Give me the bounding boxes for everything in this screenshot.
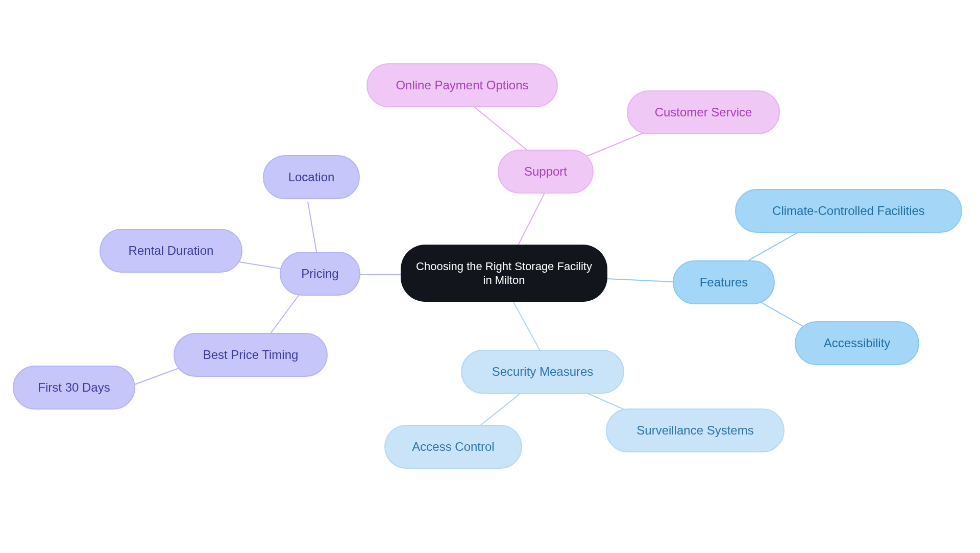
best-price-timing-label: Best Price Timing [203,347,299,363]
features-label: Features [700,275,748,290]
surveillance-label: Surveillance Systems [636,423,753,438]
customer-service-label: Customer Service [655,105,752,120]
root-node: Choosing the Right Storage Facility in M… [401,245,607,302]
svg-line-5 [516,188,547,250]
node-security: Security Measures [461,350,624,394]
node-support: Support [498,150,594,194]
node-features: Features [673,260,775,304]
first-30-days-label: First 30 Days [38,380,110,395]
node-climate: Climate-Controlled Facilities [735,189,962,233]
location-label: Location [288,170,335,185]
support-label: Support [524,164,567,179]
rental-duration-label: Rental Duration [129,243,214,258]
node-accessibility: Accessibility [795,321,919,365]
node-online-payment: Online Payment Options [366,63,558,107]
security-label: Security Measures [492,364,594,379]
pricing-label: Pricing [301,266,338,281]
svg-line-8 [607,279,674,282]
node-location: Location [263,155,360,199]
accessibility-label: Accessibility [824,335,891,351]
access-control-label: Access Control [412,439,494,454]
node-first-30-days: First 30 Days [13,366,135,410]
node-rental-duration: Rental Duration [100,229,242,273]
online-payment-label: Online Payment Options [396,78,528,93]
svg-line-6 [475,107,531,153]
node-best-price-timing: Best Price Timing [174,333,328,377]
mindmap-canvas: Choosing the Right Storage Facility in M… [0,0,980,553]
node-pricing: Pricing [280,252,360,296]
node-customer-service: Customer Service [627,90,780,134]
root-label: Choosing the Right Storage Facility in M… [415,259,593,287]
svg-line-11 [513,301,541,352]
climate-label: Climate-Controlled Facilities [772,203,925,219]
node-surveillance: Surveillance Systems [606,408,785,452]
node-access-control: Access Control [384,425,522,469]
